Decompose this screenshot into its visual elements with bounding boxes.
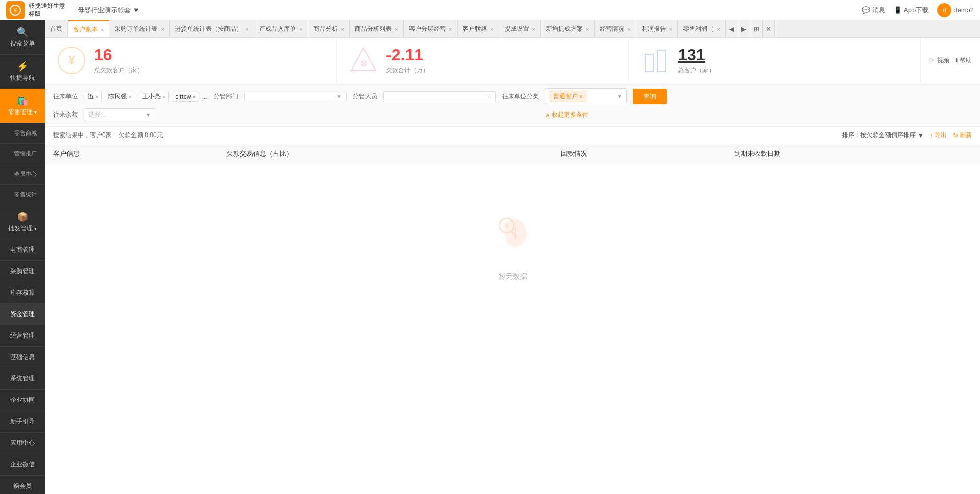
sidebar-item-system[interactable]: 系统管理	[0, 368, 45, 390]
col-debt-info: 欠款交易信息（占比）	[218, 144, 553, 164]
tag-wang[interactable]: 王小亮 ×	[139, 91, 169, 102]
logo: ¥ 畅捷通好生意 标版	[6, 1, 65, 19]
unit-filter-tags: 伍 × 陈民强 × 王小亮 × cjttcw ×	[84, 91, 208, 102]
tag-cjttcw[interactable]: cjttcw ×	[172, 92, 199, 102]
tag-wu[interactable]: 伍 ×	[84, 91, 102, 102]
tag-chen[interactable]: 陈民强 ×	[105, 91, 135, 102]
sidebar-item-app-center[interactable]: 应用中心	[0, 433, 45, 454]
tab-purchase-order[interactable]: 采购订单统计表 ×	[109, 20, 169, 38]
sidebar-item-quick-nav[interactable]: ⚡ 快捷导航	[0, 55, 45, 89]
tab-customer-segment[interactable]: 客户分层经营 ×	[404, 20, 458, 38]
tab-promotion-settings[interactable]: 提成设置 ×	[499, 20, 541, 38]
total-debtors-label: 总欠款客户（家）	[94, 66, 143, 75]
col-customer-info: 客户信息	[45, 144, 218, 164]
refresh-button[interactable]: ↻ 刷新	[953, 131, 972, 140]
sort-select[interactable]: 排序：按欠款金额倒序排序 ▼	[842, 131, 924, 140]
help-link[interactable]: ℹ 帮助	[955, 56, 972, 65]
tab-purchase-stats[interactable]: 进货单统计表（按商品） ×	[170, 20, 254, 38]
sidebar-item-member-vip[interactable]: 畅会员	[0, 476, 45, 494]
tag-chen-remove[interactable]: ×	[128, 94, 131, 100]
empty-text: 暂无数据	[498, 272, 527, 281]
unit-class-select[interactable]: 普通客户 × ▼	[545, 88, 627, 104]
tab-purchase-order-close[interactable]: ×	[161, 26, 164, 32]
unit-class-label: 往来单位分类	[502, 92, 539, 101]
tab-customer-segment-close[interactable]: ×	[449, 26, 452, 32]
tab-home[interactable]: 首页	[45, 20, 68, 38]
video-link[interactable]: ▷ 视频	[929, 56, 949, 65]
customer-type-remove[interactable]: ×	[579, 93, 583, 100]
refresh-icon: ↻	[953, 132, 958, 139]
tag-wu-remove[interactable]: ×	[95, 94, 98, 100]
sidebar-item-members[interactable]: 会员中心	[0, 164, 45, 185]
stat-debt-amount: ⊗ -2.11 欠款合计（万）	[337, 38, 629, 83]
tab-expand-button[interactable]: ⊞	[750, 20, 763, 38]
tab-business-status[interactable]: 经营情况 ×	[595, 20, 636, 38]
chevron-down-icon-2: ▾	[34, 226, 37, 231]
collapse-button[interactable]: ∧ 收起更多条件	[545, 110, 588, 119]
sidebar-item-operations[interactable]: 经营管理	[0, 325, 45, 347]
tab-customer-contact-close[interactable]: ×	[490, 26, 493, 32]
tab-production-inbound-close[interactable]: ×	[299, 26, 302, 32]
logo-text: 畅捷通好生意 标版	[29, 2, 65, 18]
messages-button[interactable]: 💬 消息	[862, 6, 885, 15]
balance-dropdown-icon: ▼	[146, 112, 151, 118]
person-filter-select[interactable]: ···	[383, 91, 496, 102]
tab-customer-cost-label: 客户账本	[73, 25, 98, 34]
sidebar-item-basic-info[interactable]: 基础信息	[0, 347, 45, 368]
tab-production-inbound[interactable]: 产成品入库单 ×	[254, 20, 308, 38]
sidebar-item-inventory[interactable]: 库存核算	[0, 282, 45, 304]
query-button[interactable]: 查询	[633, 89, 667, 104]
sidebar-item-finance[interactable]: 资金管理	[0, 304, 45, 325]
tab-business-status-close[interactable]: ×	[627, 26, 630, 32]
person-more-button[interactable]: ···	[486, 93, 491, 100]
tab-product-analysis-list-close[interactable]: ×	[395, 26, 398, 32]
tab-customer-cost-close[interactable]: ×	[101, 27, 104, 33]
account-selector[interactable]: 母婴行业演示帐套 ▼	[74, 4, 144, 17]
tab-profit-report-close[interactable]: ×	[669, 26, 672, 32]
col-repayment: 回款情况	[553, 144, 726, 164]
tab-new-promotion[interactable]: 新增提成方案 ×	[541, 20, 595, 38]
sidebar-item-retail-stats[interactable]: 零售统计	[0, 185, 45, 205]
sidebar-item-wholesale[interactable]: 📦 批发管理 ▾	[0, 205, 45, 239]
message-icon: 💬	[862, 6, 870, 14]
balance-select[interactable]: 选择... ▼	[84, 108, 155, 121]
more-tags-button[interactable]: ...	[202, 93, 208, 100]
sidebar-item-retail-mall[interactable]: 零售商城	[0, 123, 45, 144]
tag-wang-remove[interactable]: ×	[162, 94, 165, 100]
tab-product-analysis-close[interactable]: ×	[341, 26, 344, 32]
tab-promotion-settings-close[interactable]: ×	[532, 26, 535, 32]
sidebar-item-enterprise-collab[interactable]: 企业协同	[0, 390, 45, 411]
tag-cjttcw-remove[interactable]: ×	[192, 94, 195, 100]
tab-retail-profit-close[interactable]: ×	[717, 26, 720, 32]
tab-product-analysis-list[interactable]: 商品分析列表 ×	[350, 20, 403, 38]
sort-dropdown-icon: ▼	[918, 132, 924, 139]
tab-customer-cost[interactable]: 客户账本 ×	[68, 20, 109, 38]
app-download-button[interactable]: 📱 App下载	[894, 6, 929, 15]
tab-home-label: 首页	[50, 25, 62, 33]
dept-filter-select[interactable]: ▼	[244, 92, 347, 101]
tab-purchase-stats-close[interactable]: ×	[245, 26, 248, 32]
tab-new-promotion-close[interactable]: ×	[586, 26, 589, 32]
play-icon: ▷	[929, 57, 935, 64]
total-customers-label: 总客户（家）	[678, 66, 715, 75]
chevron-up-icon: ∧	[545, 111, 550, 119]
user-profile[interactable]: d demo2	[937, 3, 974, 17]
sidebar-item-purchase[interactable]: 采购管理	[0, 261, 45, 282]
empty-icon	[487, 205, 538, 266]
sidebar-item-retail-mgmt[interactable]: 🛍️ 零售管理 ▾	[0, 89, 45, 123]
tab-close-all-button[interactable]: ✕	[763, 20, 775, 38]
sidebar-item-marketing[interactable]: 营销推广	[0, 144, 45, 164]
tab-product-analysis[interactable]: 商品分析 ×	[308, 20, 350, 38]
sidebar-item-search-menu[interactable]: 🔍 搜索菜单	[0, 20, 45, 55]
tab-retail-profit[interactable]: 零售利润（ ×	[678, 20, 725, 38]
sidebar-item-new-guide[interactable]: 新手引导	[0, 411, 45, 433]
tab-profit-report[interactable]: 利润报告 ×	[636, 20, 678, 38]
sidebar-item-ecommerce[interactable]: 电商管理	[0, 239, 45, 261]
tab-next-button[interactable]: ▶	[738, 20, 750, 38]
export-button[interactable]: ↑ 导出	[930, 131, 947, 140]
tab-customer-contact[interactable]: 客户联络 ×	[458, 20, 499, 38]
debt-icon: ⊗	[349, 46, 378, 75]
result-bar: 搜索结果中，客户0家 欠款金额 0.00元 排序：按欠款金额倒序排序 ▼ ↑ 导…	[45, 127, 980, 144]
tab-prev-button[interactable]: ◀	[726, 20, 738, 38]
sidebar-item-enterprise-wechat[interactable]: 企业微信	[0, 454, 45, 476]
